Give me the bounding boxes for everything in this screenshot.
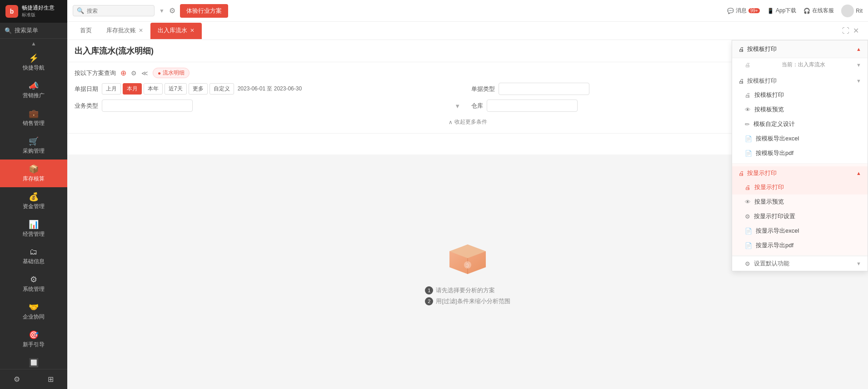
template-section-header[interactable]: 🖨 按模板打印 ▼ [732,74,868,88]
window-controls: ⛶ ✕ [838,23,863,39]
business-select-wrapper[interactable]: ▼ [102,100,464,112]
topbar-right: 💬 消息 99+ 📱 App下载 🎧 在线客服 Rit [727,5,863,17]
type-select[interactable] [499,83,589,95]
business-select[interactable] [102,100,193,112]
display-pdf-item[interactable]: 📄 按显示导出pdf [732,238,868,253]
scroll-up-icon[interactable]: ▲ [0,39,67,49]
app-download-icon: 📱 [767,8,774,14]
app-edition: 标准版 [22,12,55,18]
tab-batch[interactable]: 库存批次账 ✕ [99,23,150,39]
date-btn-7days[interactable]: 近7天 [165,83,187,95]
sidebar-item-purchase[interactable]: 🛒 采购管理 [0,132,67,160]
tab-flow[interactable]: 出入库流水 ✕ [150,23,202,39]
search-menu-btn[interactable]: 🔍 搜索菜单 [5,26,63,35]
page-title: 出入库流水(流水明细) [75,45,154,62]
tab-home-label: 首页 [80,26,92,35]
date-btn-last-month[interactable]: 上月 [102,83,121,95]
filter-collapse-btn[interactable]: ≪ [141,70,148,77]
warehouse-label: 仓库 [471,102,483,110]
operations-icon: 📊 [29,219,39,229]
set-default-btn[interactable]: ⚙ 设置默认功能 ▼ [732,256,868,271]
template-section-label: 按模板打印 [747,77,777,85]
app-name: 畅捷通好生意 [22,5,55,12]
display-excel-item[interactable]: 📄 按显示导出excel [732,224,868,238]
filter-business-field: 业务类型 ▼ [75,100,464,112]
template-design-item[interactable]: ✏ 模板自定义设计 [732,117,868,131]
topbar-settings-icon[interactable]: ⚙ [169,6,175,15]
empty-step-1: 1 请先选择要分析的方案 [425,286,510,294]
business-select-arrow: ▼ [454,102,460,109]
maximize-icon[interactable]: ⛶ [842,27,849,35]
warehouse-select[interactable] [487,100,578,112]
tab-home[interactable]: 首页 [73,23,99,39]
print-dropdown: 🖨 按模板打印 ▲ 🖨 当前：出入库流水 ▼ 🖨 按模板打印 [732,40,868,271]
display-preview-item[interactable]: 👁 按显示预览 [732,194,868,209]
print-sub-icon: 🖨 [745,62,750,68]
date-btn-custom[interactable]: 自定义 [210,83,234,95]
display-section-header[interactable]: 🖨 按显示打印 ▲ [732,166,868,180]
sidebar-search[interactable]: 🔍 搜索菜单 [0,23,67,39]
sales-icon: 💼 [29,109,39,119]
set-default-chevron: ▼ [856,261,861,266]
template-pdf-item[interactable]: 📄 按模板导出pdf [732,146,868,160]
template-excel-item[interactable]: 📄 按模板导出excel [732,131,868,146]
dropdown-title: 🖨 按模板打印 [738,45,777,53]
window-close-icon[interactable]: ✕ [853,26,859,35]
sidebar-item-finance[interactable]: 💰 资金管理 [0,187,67,215]
enterprise-label: 企业协同 [23,313,45,321]
filter-add-btn[interactable]: ⊕ [120,69,126,77]
sidebar-item-guide[interactable]: 🎯 新手引导 [0,325,67,353]
industry-btn[interactable]: 体验行业方案 [180,4,228,18]
date-btn-this-month[interactable]: 本月 [123,83,142,95]
messages-btn[interactable]: 💬 消息 99+ [727,7,760,15]
sidebar-item-quick-nav[interactable]: ⚡ 快捷导航 [0,49,67,76]
settings-icon[interactable]: ⚙ [14,375,20,384]
display-print-label: 按显示打印 [754,183,784,191]
display-settings-item[interactable]: ⚙ 按显示打印设置 [732,209,868,224]
dropdown-arrow-icon[interactable]: ▼ [159,8,165,14]
system-label: 系统管理 [23,285,45,293]
sidebar-item-inventory[interactable]: 📦 库存核算 [0,160,67,187]
display-print-item[interactable]: 🖨 按显示打印 [732,180,868,194]
online-service-btn[interactable]: 🎧 在线客服 [803,7,834,15]
dropdown-collapse-icon[interactable]: ▲ [856,46,861,52]
sidebar-item-marketing[interactable]: 📣 营销推广 [0,76,67,104]
filter-label: 按以下方案查询 [75,69,116,77]
filter-tag: ● 流水明细 [153,68,190,78]
sidebar-item-sales[interactable]: 💼 销售管理 [0,104,67,132]
date-btn-more[interactable]: 更多 [189,83,208,95]
date-btn-this-year[interactable]: 本年 [144,83,163,95]
template-print-icon: 🖨 [738,78,744,85]
sidebar-item-basic[interactable]: 🗂 基础信息 [0,243,67,270]
sidebar-item-system[interactable]: ⚙ 系统管理 [0,270,67,298]
disp-print-icon: 🖨 [745,184,751,191]
tab-batch-close[interactable]: ✕ [139,27,143,34]
collapse-sidebar-icon[interactable]: ⊞ [48,375,54,384]
app-download-label: App下载 [776,7,796,15]
tab-batch-label: 库存批次账 [106,26,136,35]
template-section-title: 🖨 按模板打印 [738,77,777,85]
topbar-search[interactable]: 🔍 [73,5,155,16]
display-section-chevron[interactable]: ▲ [856,170,861,176]
business-label: 业务类型 [75,102,98,110]
filter-tag-icon: ● [158,70,161,76]
search-topbar-icon: 🔍 [77,7,84,14]
headset-icon: 🎧 [803,8,810,14]
app-download-btn[interactable]: 📱 App下载 [767,7,796,15]
template-print-item[interactable]: 🖨 按模板打印 [732,88,868,102]
sidebar-item-app-center[interactable]: 🔲 应用中心 [0,353,67,369]
template-preview-item[interactable]: 👁 按模板预览 [732,102,868,117]
dropdown-title-label: 按模板打印 [747,45,777,53]
sidebar: b 畅捷通好生意 标准版 🔍 搜索菜单 ▲ ⚡ 快捷导航 📣 营销推广 💼 销售… [0,0,67,389]
tab-flow-close[interactable]: ✕ [190,27,195,34]
template-section-chevron[interactable]: ▼ [856,78,861,84]
current-chevron[interactable]: ▼ [856,62,861,68]
search-input[interactable] [87,8,141,14]
sidebar-item-enterprise[interactable]: 🤝 企业协同 [0,298,67,325]
display-preview-label: 按显示预览 [754,198,784,206]
marketing-icon: 📣 [29,81,39,91]
disp-preview-icon: 👁 [745,199,751,205]
user-profile-btn[interactable]: Rit [841,5,863,17]
sidebar-item-operations[interactable]: 📊 经营管理 [0,215,67,243]
filter-settings-btn[interactable]: ⚙ [131,70,137,77]
